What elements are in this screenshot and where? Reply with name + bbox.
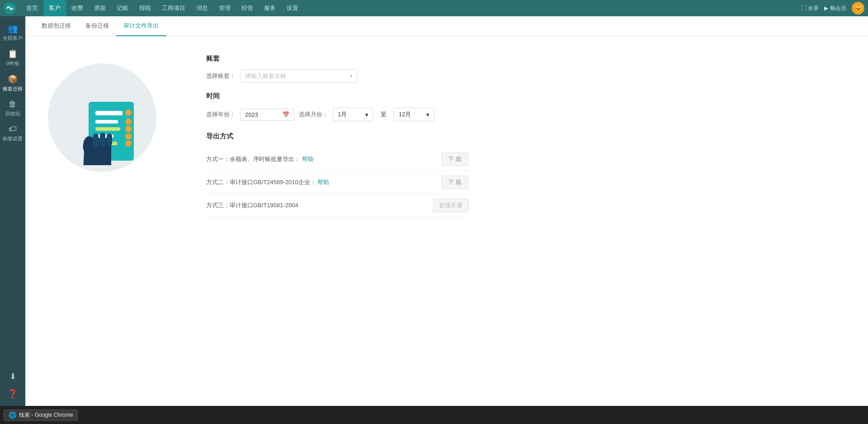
nav-manage[interactable]: 管理: [213, 0, 236, 16]
svg-point-11: [125, 140, 132, 147]
start-month-value: 1月: [338, 110, 347, 119]
nav-settings[interactable]: 设置: [281, 0, 304, 16]
sidebar-item-label-all-clients: 全部客户: [3, 35, 23, 42]
start-month-dropdown[interactable]: 1月 ▾: [333, 108, 373, 121]
avatar[interactable]: 🐱: [852, 2, 864, 14]
svg-point-10: [125, 133, 132, 139]
method-1-help-link[interactable]: 帮助: [302, 156, 314, 162]
tab-audit-export[interactable]: 审计文件导出: [116, 16, 166, 36]
nav-operation[interactable]: 经营: [236, 0, 259, 16]
trash-icon: 🗑: [9, 100, 17, 109]
all-clients-icon: 👥: [8, 24, 18, 33]
end-month-value: 12月: [399, 110, 411, 119]
taskbar-chrome[interactable]: 🌐 线索 - Google Chrome: [4, 410, 78, 421]
export-section-title: 导出方式: [206, 132, 468, 141]
sidebar-item-label-migrate: 账套迁移: [3, 86, 23, 92]
account-select[interactable]: 请输入账套名称 ▾: [240, 69, 358, 83]
method-2-download-button[interactable]: 下 载: [441, 176, 468, 189]
export-method-2: 方式二：审计接口GB/T24589-2010企业： 帮助 下 载: [206, 171, 468, 194]
taskbar: 🌐 线索 - Google Chrome: [0, 406, 868, 424]
method-2-help-link[interactable]: 帮助: [317, 179, 329, 186]
member-icon: ▶: [824, 5, 828, 11]
end-month-dropdown[interactable]: 12月 ▾: [394, 108, 434, 121]
sub-tabs: 数据包迁移 备份迁移 审计文件导出: [25, 16, 868, 36]
year-value: 2023: [245, 111, 258, 118]
calendar-icon: 📅: [283, 111, 289, 118]
sidebar-item-label-zero: 0申报: [6, 60, 19, 67]
sidebar-item-label-trash: 回收站: [5, 110, 20, 117]
svg-rect-3: [95, 120, 118, 124]
illustration-svg: [57, 70, 147, 165]
time-section-title: 时间: [206, 92, 468, 100]
nav-commerce[interactable]: 工商项目: [156, 0, 191, 16]
form-area: 账套 选择账套： 请输入账套名称 ▾ 时间 选择年份： 2023 �: [179, 36, 495, 406]
export-method-3-text: 方式三：审计接口GB/T19581-2004: [206, 201, 298, 210]
method-2-label: 方式二：审计接口GB/T24589-2010企业：: [206, 179, 316, 186]
taskbar-chrome-label: 线索 - Google Chrome: [19, 411, 73, 419]
account-section-title: 账套: [206, 54, 468, 63]
sidebar-item-migrate[interactable]: 📦 账套迁移: [0, 71, 25, 96]
to-label: 至: [378, 110, 389, 119]
top-nav-right: ⛶ 全屏 ▶ 畅会员 🐱: [801, 2, 864, 14]
nav-items: 首页 客户 收费 票据 记账 报税 工商项目 消息 管理 经营 服务 设置: [21, 0, 801, 16]
page-content: 账套 选择账套： 请输入账套名称 ▾ 时间 选择年份： 2023 �: [25, 36, 868, 406]
chrome-icon: 🌐: [9, 411, 16, 419]
nav-service[interactable]: 服务: [259, 0, 281, 16]
zero-declare-icon: 📋: [8, 49, 18, 59]
nav-tax[interactable]: 报税: [134, 0, 156, 16]
sidebar-download-icon[interactable]: ⬇: [8, 370, 18, 383]
sidebar-bottom: ⬇ ❓: [6, 370, 19, 406]
svg-rect-14: [107, 133, 112, 146]
chevron-down-icon: ▾: [350, 73, 353, 79]
main-layout: 👥 全部客户 📋 0申报 📦 账套迁移 🗑 回收站 🏷 标签设置 ⬇ ❓ 数据包…: [0, 16, 868, 406]
export-method-1-text: 方式一：余额表、序时账批量导出： 帮助: [206, 155, 314, 163]
svg-point-9: [125, 126, 132, 132]
export-method-3: 方式三：审计接口GB/T19581-2004 暂缓开通: [206, 194, 468, 217]
member-label: 畅会员: [830, 5, 846, 12]
export-method-2-text: 方式二：审计接口GB/T24589-2010企业： 帮助: [206, 178, 329, 186]
fullscreen-button[interactable]: ⛶ 全屏: [801, 5, 819, 12]
logo[interactable]: [4, 2, 16, 14]
month-label: 选择月份：: [299, 110, 328, 119]
method-1-download-button[interactable]: 下 载: [441, 152, 468, 166]
svg-point-7: [125, 110, 132, 116]
nav-home[interactable]: 首页: [21, 0, 43, 16]
account-row: 选择账套： 请输入账套名称 ▾: [206, 69, 468, 83]
end-month-chevron-icon: ▾: [426, 111, 429, 118]
method-3-label: 方式三：审计接口GB/T19581-2004: [206, 202, 298, 209]
nav-client[interactable]: 客户: [43, 0, 66, 16]
account-select-placeholder: 请输入账套名称: [245, 72, 286, 80]
nav-message[interactable]: 消息: [191, 0, 213, 16]
time-row: 选择年份： 2023 📅 选择月份： 1月 ▾ 至 12月 ▾: [206, 108, 468, 121]
nav-fee[interactable]: 收费: [66, 0, 89, 16]
sidebar-item-label-tag: 标签设置: [3, 135, 23, 142]
method-3-coming-soon-button[interactable]: 暂缓开通: [433, 199, 468, 212]
tab-backup-migrate[interactable]: 备份迁移: [78, 16, 116, 36]
top-nav: 首页 客户 收费 票据 记账 报税 工商项目 消息 管理 经营 服务 设置 ⛶ …: [0, 0, 868, 16]
tag-settings-icon: 🏷: [9, 124, 17, 134]
svg-rect-2: [95, 111, 123, 115]
content-area: 数据包迁移 备份迁移 审计文件导出: [25, 16, 868, 406]
sidebar-item-trash[interactable]: 🗑 回收站: [0, 96, 25, 121]
sidebar-item-all-clients[interactable]: 👥 全部客户: [0, 20, 25, 45]
migrate-icon: 📦: [8, 74, 18, 84]
fullscreen-label: 全屏: [808, 5, 819, 12]
method-1-label: 方式一：余额表、序时账批量导出：: [206, 156, 300, 162]
export-method-1: 方式一：余额表、序时账批量导出： 帮助 下 载: [206, 148, 468, 171]
nav-invoice[interactable]: 票据: [89, 0, 111, 16]
start-month-chevron-icon: ▾: [365, 111, 368, 118]
account-select-label: 选择账套：: [206, 72, 236, 80]
svg-rect-12: [93, 133, 99, 147]
year-input[interactable]: 2023 📅: [240, 109, 294, 121]
svg-point-8: [125, 119, 132, 125]
illustration-circle: [48, 63, 156, 172]
left-sidebar: 👥 全部客户 📋 0申报 📦 账套迁移 🗑 回收站 🏷 标签设置 ⬇ ❓: [0, 16, 25, 406]
sidebar-help-icon[interactable]: ❓: [6, 387, 19, 400]
member-button[interactable]: ▶ 畅会员: [824, 5, 846, 12]
sidebar-item-zero-declare[interactable]: 📋 0申报: [0, 45, 25, 71]
nav-bookkeeping[interactable]: 记账: [111, 0, 134, 16]
tab-data-migrate[interactable]: 数据包迁移: [34, 16, 78, 36]
sidebar-item-label-settings[interactable]: 🏷 标签设置: [0, 121, 25, 146]
svg-rect-13: [100, 133, 105, 147]
fullscreen-icon: ⛶: [801, 5, 806, 11]
